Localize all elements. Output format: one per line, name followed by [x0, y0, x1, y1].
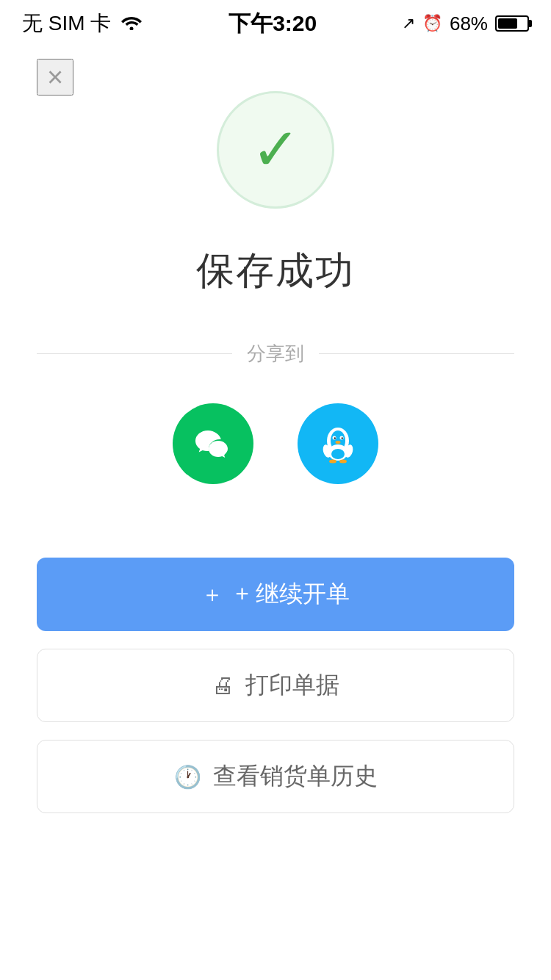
success-circle: ✓: [217, 91, 334, 209]
battery-percent: 68%: [450, 12, 488, 35]
svg-point-13: [331, 449, 345, 459]
actions-section: ＋ + 继续开单 🖨 打印单据 🕐 查看销货单历史: [0, 558, 551, 813]
alarm-icon: ⏰: [422, 14, 442, 33]
status-right: ↗ ⏰ 68%: [402, 12, 529, 35]
main-content: ✓ 保存成功 分享到: [0, 47, 551, 813]
checkmark-icon: ✓: [251, 120, 300, 179]
close-icon: ×: [47, 63, 63, 91]
status-time: 下午3:20: [228, 9, 317, 39]
svg-point-4: [220, 447, 223, 450]
svg-point-11: [336, 441, 341, 444]
status-left: 无 SIM 卡: [22, 10, 143, 37]
share-qq-button[interactable]: [298, 403, 378, 484]
wifi-icon: [120, 12, 143, 35]
share-label: 分享到: [247, 341, 304, 367]
plus-icon: ＋: [201, 580, 223, 610]
print-button[interactable]: 🖨 打印单据: [37, 649, 514, 722]
qq-icon: [314, 420, 361, 467]
share-divider: 分享到: [37, 341, 514, 367]
status-bar: 无 SIM 卡 下午3:20 ↗ ⏰ 68%: [0, 0, 551, 47]
divider-left: [37, 353, 232, 354]
success-title: 保存成功: [196, 245, 355, 297]
location-icon: ↗: [402, 14, 415, 33]
svg-point-9: [334, 437, 336, 439]
svg-point-1: [204, 439, 207, 443]
wechat-icon: [191, 422, 235, 466]
share-wechat-button[interactable]: [173, 403, 253, 484]
share-icons-row: [37, 403, 514, 484]
no-sim-label: 无 SIM 卡: [22, 10, 111, 37]
printer-icon: 🖨: [212, 673, 234, 698]
continue-order-label: + 继续开单: [235, 578, 350, 610]
svg-point-14: [329, 460, 336, 464]
svg-point-3: [214, 447, 217, 450]
svg-point-10: [342, 437, 343, 439]
divider-right: [319, 353, 514, 354]
print-label: 打印单据: [245, 669, 339, 702]
history-button[interactable]: 🕐 查看销货单历史: [37, 740, 514, 813]
history-label: 查看销货单历史: [213, 760, 378, 793]
share-section: 分享到: [0, 341, 551, 491]
clock-icon: 🕐: [174, 764, 201, 790]
svg-point-2: [209, 439, 213, 443]
close-button[interactable]: ×: [37, 59, 73, 96]
continue-order-button[interactable]: ＋ + 继续开单: [37, 558, 514, 631]
battery-icon: [495, 15, 529, 32]
svg-point-0: [130, 27, 134, 31]
svg-point-15: [339, 460, 347, 464]
